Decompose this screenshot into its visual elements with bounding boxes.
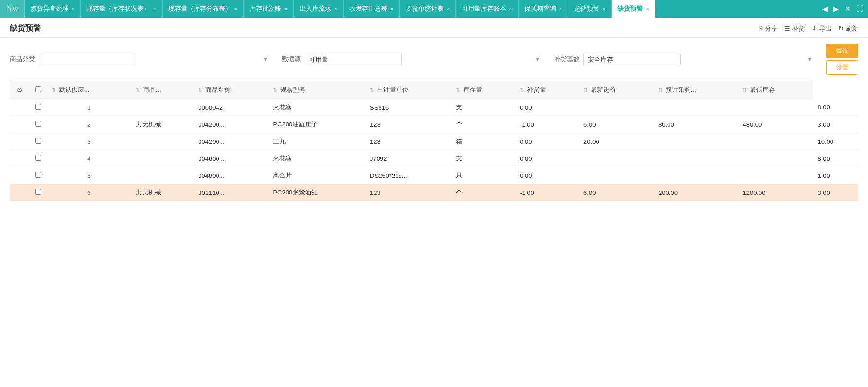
row-checkbox[interactable] [35,189,41,195]
category-select[interactable] [39,53,136,66]
latest-price-cell: 200.00 [653,184,738,201]
nav-tab-label-shortage-warning: 缺货预警 [617,4,643,13]
nav-fullscreen-button[interactable]: ⛶ [853,3,866,15]
settings-button[interactable]: 设置 [826,60,858,75]
replenish-qty-cell [579,150,653,167]
product-code-cell: 0000042 [193,99,268,116]
nav-tab-inout-flow[interactable]: 出入库流水× [294,0,344,18]
stock-qty-cell: 0.00 [515,150,579,167]
nav-tab-close-exception[interactable]: × [72,6,74,12]
replenish-basis-select[interactable]: 安全库存 [583,53,681,66]
product-name-cell: 离合片 [268,167,365,184]
nav-tab-close-available-ledger[interactable]: × [509,6,512,12]
row-number: 6 [47,184,131,201]
datasource-select[interactable]: 可用量 [305,53,402,66]
select-all-checkbox[interactable] [35,86,41,92]
nav-close-button[interactable]: ✕ [842,3,853,15]
export-button[interactable]: ⬇ 导出 [812,24,832,33]
spec-cell: 123 [365,184,451,201]
datasource-select-wrap: 可用量 ▼ [305,53,544,66]
nav-tab-close-overstock-warning[interactable]: × [602,6,605,12]
th-replenish-qty-label: 补货量 [527,86,546,93]
nav-tab-requisition-stat[interactable]: 要货单统计表× [400,0,456,18]
th-supplier[interactable]: ⇅ 默认供应... [47,81,131,99]
nav-tab-inventory-dist[interactable]: 现存量（库存分布表）× [163,0,244,18]
refresh-button[interactable]: ↻ 刷新 [838,24,858,33]
product-code-cell: 004200... [193,133,268,150]
row-checkbox[interactable] [35,104,41,110]
nav-tab-available-ledger[interactable]: 可用量库存账本× [456,0,518,18]
th-replenish-qty[interactable]: ⇅ 补货量 [515,81,579,99]
nav-tab-shortage-warning[interactable]: 缺货预警× [612,0,655,18]
supplier-cell [131,150,193,167]
nav-tab-close-inventory-status[interactable]: × [153,6,156,12]
table-header-row: ⚙ ⇅ 默认供应... ⇅ 商品... ⇅ 商品名称 [10,81,858,99]
nav-tab-label-receive-summary: 收发存汇总表 [349,4,387,13]
table-container: ⚙ ⇅ 默认供应... ⇅ 商品... ⇅ 商品名称 [0,81,868,201]
settings-cell [10,150,29,167]
nav-tab-home[interactable]: 首页 [0,0,25,18]
replenish-button[interactable]: ☰ 补货 [784,24,805,33]
replenish-qty-cell: 20.00 [579,133,653,150]
datasource-label: 数据源 [282,55,301,64]
nav-tab-close-receive-summary[interactable]: × [390,6,393,12]
row-checkbox[interactable] [35,121,41,127]
latest-price-cell [653,99,738,116]
export-icon: ⬇ [812,25,817,32]
supplier-cell: 力天机械 [131,116,193,133]
product-name-cell: PC200油缸庄子 [268,116,365,133]
unit-cell: 只 [451,167,515,184]
th-latest-price[interactable]: ⇅ 最新进价 [579,81,653,99]
settings-cell [10,133,29,150]
min-stock-cell: 8.00 [813,150,858,167]
category-chevron-icon: ▼ [262,56,268,63]
row-checkbox[interactable] [35,155,41,161]
row-checkbox[interactable] [35,138,41,144]
supplier-cell [131,167,193,184]
nav-tab-close-expiry-query[interactable]: × [559,6,562,12]
nav-tab-close-batch-account[interactable]: × [284,6,287,12]
table-row: 2力天机械004200...PC200油缸庄子123个-1.006.0080.0… [10,116,858,133]
replenish-basis-chevron-icon: ▼ [807,56,813,63]
row-checkbox[interactable] [35,172,41,178]
filter-datasource: 数据源 可用量 ▼ [282,53,544,66]
product-name-cell: PC200张紧油缸 [268,184,365,201]
replenish-qty-cell: 6.00 [579,184,653,201]
nav-prev-button[interactable]: ◀ [819,3,831,15]
sort-icon-product-code: ⇅ [136,87,140,93]
settings-cell [10,99,29,116]
min-stock-cell: 10.00 [813,133,858,150]
th-estimated-purchase[interactable]: ⇅ 预计采购... [653,81,738,99]
nav-tab-batch-account[interactable]: 库存批次账× [244,0,293,18]
th-product-name[interactable]: ⇅ 商品名称 [193,81,268,99]
nav-tab-receive-summary[interactable]: 收发存汇总表× [344,0,399,18]
nav-tab-inventory-status[interactable]: 现存量（库存状况表）× [81,0,162,18]
latest-price-cell: 80.00 [653,116,738,133]
nav-tab-exception[interactable]: 炼货异常处理× [25,0,81,18]
th-min-stock[interactable]: ⇅ 最低库存 [738,81,813,99]
nav-tab-close-inout-flow[interactable]: × [334,6,337,12]
latest-price-cell [653,167,738,184]
th-unit-label: 主计量单位 [377,86,409,93]
th-product-code[interactable]: ⇅ 商品... [131,81,193,99]
nav-tab-expiry-query[interactable]: 保质期查询× [519,0,568,18]
min-stock-cell: 1.00 [813,167,858,184]
nav-tab-overstock-warning[interactable]: 超储预警× [568,0,612,18]
nav-tab-close-inventory-dist[interactable]: × [235,6,237,12]
supplier-cell [131,133,193,150]
table-row: 10000042火花塞SS816支0.008.00 [10,99,858,116]
th-unit[interactable]: ⇅ 主计量单位 [365,81,451,99]
estimated-purchase-cell [738,99,813,116]
sort-icon-unit: ⇅ [370,87,374,93]
nav-next-button[interactable]: ▶ [831,3,842,15]
nav-tab-close-shortage-warning[interactable]: × [646,6,649,12]
latest-price-cell [653,150,738,167]
page-header: 缺货预警 ⎘ 分享 ☰ 补货 ⬇ 导出 ↻ 刷新 [0,18,868,38]
th-spec[interactable]: ⇅ 规格型号 [268,81,365,99]
query-button[interactable]: 查询 [826,44,858,58]
stock-qty-cell: 0.00 [515,133,579,150]
th-stock-qty[interactable]: ⇅ 库存量 [451,81,515,99]
nav-tab-close-requisition-stat[interactable]: × [447,6,450,12]
column-settings-icon[interactable]: ⚙ [17,86,23,94]
share-button[interactable]: ⎘ 分享 [759,24,778,33]
